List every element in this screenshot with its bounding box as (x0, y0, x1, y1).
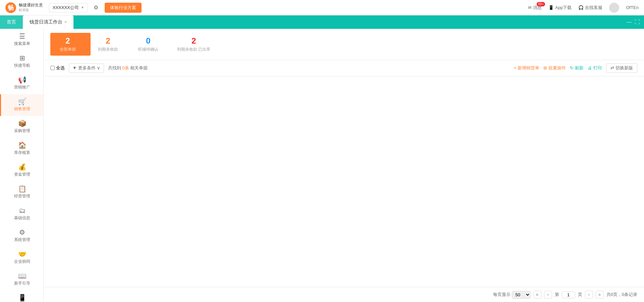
quicknav-icon: ⊞ (19, 55, 25, 61)
logo-text: 畅捷通好生意 (19, 3, 43, 8)
search-menu-icon: ☰ (19, 33, 25, 40)
total-label: 共0页，0条记录 (606, 292, 637, 298)
stat-card-wangfu[interactable]: 0 旺辅待确认 (131, 33, 171, 56)
nav-tab-actions: — ⛶ (627, 19, 644, 25)
found-text: 共找到 0条 相关单据 (108, 65, 148, 71)
print-button[interactable]: 🖨 打印 (588, 65, 602, 71)
gear-icon: ⚙ (94, 4, 98, 11)
operation-icon: 📋 (18, 185, 26, 192)
refresh-label: 刷新 (575, 65, 584, 71)
app-download-label: App下载 (555, 5, 572, 11)
minimize-window-icon[interactable]: — (627, 19, 632, 25)
last-page-icon: » (598, 292, 601, 297)
marketing-icon: 📢 (18, 76, 26, 83)
page-suffix: 页 (578, 292, 582, 298)
top-header: 畅 畅捷通好生意 标准版 XXXXXX公司 ▼ ⚙ 体验行业方案 ✉ 消息 99… (0, 0, 644, 15)
dropdown-arrow-icon: ▼ (81, 6, 84, 9)
stat-num-overdue-delivered: 2 (177, 36, 210, 46)
sidebar-item-system[interactable]: ⚙ 系统管理 (0, 225, 43, 247)
stat-card-overdue-delivered[interactable]: 2 到期未收款 已出库 (171, 33, 222, 56)
sidebar-item-sales[interactable]: 🛒 销售管理 (0, 94, 43, 116)
sales-icon: 🛒 (18, 98, 26, 105)
next-page-button[interactable]: › (585, 291, 593, 299)
content-area: 2 全部单据 2 到期未收款 0 旺辅待确认 2 到期未收款 已出库 全选 (44, 29, 644, 302)
sidebar-item-operation[interactable]: 📋 经营管理 (0, 181, 43, 203)
prev-page-icon: ‹ (547, 292, 549, 297)
stat-card-overdue[interactable]: 2 到期未收款 (91, 33, 131, 56)
select-all-checkbox[interactable]: 全选 (50, 65, 65, 71)
stat-card-all[interactable]: 2 全部单据 (50, 33, 91, 56)
prev-page-button[interactable]: ‹ (544, 291, 552, 299)
table-area (44, 76, 644, 287)
sidebar-item-apps[interactable]: 📱 应用中心 (0, 290, 43, 302)
user-name[interactable]: OfTEn (626, 5, 639, 10)
stat-label-all: 全部单据 (56, 47, 79, 52)
sidebar-item-sales-label: 销售管理 (14, 106, 30, 112)
sidebar-item-guide[interactable]: 📖 新手引导 (0, 268, 43, 290)
toolbar-right: + 新增销货单 ⊞ 批量操作 ↻ 刷新 🖨 打印 ⇄ 切换新版 (514, 63, 637, 73)
purchase-icon: 📦 (18, 120, 26, 127)
page-size-select[interactable]: 50 100 200 (512, 291, 531, 299)
found-prefix: 共找到 (108, 65, 121, 70)
first-page-icon: « (536, 292, 538, 297)
sidebar-item-inventory-label: 库存核算 (14, 150, 30, 156)
stat-num-all: 2 (56, 36, 79, 46)
last-page-button[interactable]: » (596, 291, 604, 299)
message-icon: ✉ (528, 5, 532, 10)
tab-home[interactable]: 首页 (0, 15, 23, 29)
filter-icon: ▼ (72, 65, 77, 70)
sidebar-item-inventory[interactable]: 🏠 库存核算 (0, 138, 43, 160)
page-input[interactable] (562, 291, 575, 298)
settings-button[interactable]: ⚙ (91, 2, 101, 13)
filter-dropdown-icon: ∨ (97, 65, 100, 70)
logo-area: 畅 畅捷通好生意 标准版 (5, 2, 49, 13)
service-icon: 🎧 (578, 5, 584, 10)
refresh-icon: ↻ (570, 65, 574, 70)
stat-num-wangfu: 0 (137, 36, 160, 46)
online-service-button[interactable]: 🎧 在线客服 (578, 5, 602, 11)
filter-button[interactable]: ▼ 更多条件 ∨ (69, 63, 104, 73)
sidebar-item-finance[interactable]: 💰 资金管理 (0, 160, 43, 181)
switch-version-button[interactable]: ⇄ 切换新版 (606, 63, 637, 73)
sidebar-item-quicknav[interactable]: ⊞ 快捷导航 (0, 51, 43, 72)
first-page-button[interactable]: « (533, 291, 541, 299)
online-service-label: 在线客服 (585, 5, 602, 11)
tab-qianhuoriqing[interactable]: 钱货日清工作台 × (23, 15, 73, 29)
avatar[interactable] (609, 3, 619, 13)
app-icon: 📱 (548, 5, 554, 10)
toolbar: 全选 ▼ 更多条件 ∨ 共找到 0条 相关单据 + 新增销货单 ⊞ 批量操作 (44, 60, 644, 76)
sidebar-item-enterprise[interactable]: 🤝 企业协同 (0, 247, 43, 268)
maximize-window-icon[interactable]: ⛶ (635, 19, 640, 25)
stats-bar: 2 全部单据 2 到期未收款 0 旺辅待确认 2 到期未收款 已出库 (44, 29, 644, 60)
trial-button[interactable]: 体验行业方案 (105, 3, 142, 13)
sidebar-item-search[interactable]: ☰ 搜索菜单 (0, 29, 43, 51)
sidebar-item-basic-label: 基础信息 (14, 215, 30, 221)
close-tab-icon[interactable]: × (64, 20, 67, 24)
messages-button[interactable]: ✉ 消息 99+ (528, 5, 542, 11)
refresh-button[interactable]: ↻ 刷新 (570, 65, 584, 71)
pagination-bar: 每页显示 50 100 200 « ‹ 第 页 › » 共0页， (44, 287, 644, 302)
sidebar-item-marketing-label: 营销推广 (14, 84, 30, 90)
batch-label: 批量操作 (548, 65, 566, 71)
new-sale-label: + 新增销货单 (514, 65, 539, 71)
sidebar-item-quicknav-label: 快捷导航 (14, 63, 30, 68)
all-checkbox-input[interactable] (50, 66, 55, 70)
finance-icon: 💰 (18, 164, 26, 170)
guide-icon: 📖 (18, 273, 26, 279)
sidebar-item-purchase[interactable]: 📦 采购管理 (0, 116, 43, 138)
new-sale-button[interactable]: + 新增销货单 (514, 65, 539, 71)
filter-label: 更多条件 (78, 65, 96, 71)
user-label: OfTEn (626, 5, 639, 10)
nav-tabs-bar: 首页 钱货日清工作台 × — ⛶ (0, 15, 644, 29)
system-icon: ⚙ (19, 229, 25, 236)
sidebar-item-basic[interactable]: 🗂 基础信息 (0, 203, 43, 225)
app-download-button[interactable]: 📱 App下载 (548, 5, 572, 11)
company-selector[interactable]: XXXXXX公司 ▼ (49, 3, 88, 12)
switch-label: 切换新版 (615, 65, 633, 71)
sidebar-item-enterprise-label: 企业协同 (14, 259, 30, 264)
page-size-selector: 每页显示 50 100 200 (493, 291, 531, 299)
batch-operation-button[interactable]: ⊞ 批量操作 (543, 65, 566, 71)
sidebar-item-operation-label: 经营管理 (14, 193, 30, 199)
sidebar-item-marketing[interactable]: 📢 营销推广 (0, 72, 43, 94)
page-size-label: 每页显示 (493, 292, 511, 298)
